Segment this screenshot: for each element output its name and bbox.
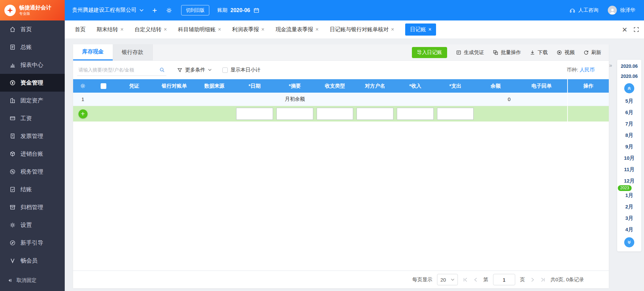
close-icon[interactable]: × — [428, 27, 431, 32]
sidebar-item-fund-management[interactable]: 资金管理 — [0, 74, 65, 92]
main-area: 首页 期末结转× 自定义结转× 科目辅助明细账× 利润表季报× 现金流量表季报×… — [65, 20, 644, 291]
new-row-expense-input[interactable] — [437, 108, 474, 120]
tab-custom-carryover[interactable]: 自定义结转× — [135, 26, 167, 33]
currency-link[interactable]: 人民币 — [580, 67, 595, 72]
page-number-input[interactable] — [493, 274, 515, 285]
month-item[interactable]: 7月 — [625, 120, 633, 128]
calendar-icon[interactable] — [253, 7, 260, 13]
username[interactable]: 徐泽华 — [620, 7, 635, 13]
headset-icon — [569, 7, 576, 13]
sidebar-item-fixed-assets[interactable]: 固定资产 — [0, 92, 65, 109]
sidebar-item-invoice-management[interactable]: 发票管理 — [0, 127, 65, 145]
support-link[interactable]: 人工咨询 — [569, 7, 598, 13]
period-item[interactable]: 2020.06 — [621, 63, 638, 69]
col-date: *日期 — [234, 79, 275, 93]
company-selector[interactable]: 贵州腾越建设工程有限公司 — [72, 7, 144, 14]
collapse-panel-icon[interactable]: » — [609, 62, 612, 68]
sidebar-item-home[interactable]: 首页 — [0, 20, 65, 38]
close-all-tabs-icon[interactable]: × — [622, 25, 627, 34]
video-button[interactable]: 视频 — [556, 49, 575, 56]
tab-journal-bank-reconciliation[interactable]: 日记账与银行对账单核对× — [330, 26, 394, 33]
first-page-button[interactable] — [463, 277, 468, 283]
month-item[interactable]: 1月 — [625, 192, 633, 199]
sidebar-item-salary[interactable]: 工资 — [0, 109, 65, 127]
month-item[interactable]: 6月 — [625, 109, 633, 116]
tab-period-end-carryover[interactable]: 期末结转× — [97, 26, 123, 33]
month-item[interactable]: 2月 — [625, 203, 633, 210]
download-button[interactable]: 下载 — [530, 49, 548, 56]
close-icon[interactable]: × — [120, 27, 123, 32]
app-logo: 畅捷通好会计 专业版 — [0, 0, 65, 20]
new-row-summary-input[interactable] — [276, 108, 313, 120]
period-item[interactable]: 2020.06 — [621, 73, 638, 79]
close-icon[interactable]: × — [261, 27, 264, 32]
search-input[interactable] — [78, 67, 159, 72]
month-item[interactable]: 12月 — [624, 177, 635, 185]
tab-cashflow-quarterly[interactable]: 现金流量表季报× — [275, 26, 318, 33]
new-row-counterparty-input[interactable] — [357, 108, 393, 120]
sidebar-item-archive-management[interactable]: 归档管理 — [0, 198, 65, 216]
close-icon[interactable]: × — [315, 27, 318, 32]
prev-page-button[interactable] — [473, 277, 479, 283]
search-box[interactable] — [77, 64, 166, 76]
sidebar-item-member[interactable]: 畅会员 — [0, 252, 65, 270]
show-daily-subtotal-checkbox[interactable]: 显示本日小计 — [222, 67, 261, 73]
select-all-checkbox[interactable] — [93, 79, 114, 93]
refresh-icon — [583, 50, 589, 55]
tab-home[interactable]: 首页 — [75, 26, 86, 33]
close-icon[interactable]: × — [391, 27, 394, 32]
period-value[interactable]: 2020-06 — [230, 7, 250, 13]
filter-funnel-icon — [177, 67, 182, 73]
last-page-button[interactable] — [540, 277, 546, 283]
scroll-up-button[interactable] — [624, 83, 634, 93]
subtab-bank-deposit[interactable]: 银行存款 — [113, 44, 153, 60]
new-row-type-input[interactable] — [317, 108, 353, 120]
close-icon[interactable]: × — [218, 27, 221, 32]
month-item[interactable]: 4月 — [625, 226, 633, 233]
gear-icon[interactable] — [166, 7, 172, 14]
checkbox[interactable] — [222, 67, 228, 73]
invoice-icon — [9, 133, 16, 139]
sidebar-item-settings[interactable]: 设置 — [0, 216, 65, 234]
table-row[interactable]: 1 月初余额 0 — [73, 93, 609, 106]
month-item[interactable]: 10月 — [624, 154, 635, 162]
next-page-button[interactable] — [530, 277, 535, 283]
subtab-cash-on-hand[interactable]: 库存现金 — [73, 44, 113, 60]
sidebar-item-beginner-guide[interactable]: 新手引导 — [0, 234, 65, 252]
sidebar-item-closing[interactable]: 结账 — [0, 181, 65, 198]
scroll-down-button[interactable] — [624, 237, 634, 247]
month-item[interactable]: 9月 — [625, 143, 633, 150]
month-item[interactable]: 11月 — [624, 166, 635, 173]
generate-voucher-button[interactable]: 生成凭证 — [456, 49, 484, 56]
month-item[interactable]: 3月 — [625, 214, 633, 222]
month-item[interactable]: 5月 — [625, 97, 633, 105]
avatar[interactable] — [608, 6, 617, 15]
unpin-sidebar-button[interactable]: 取消固定 — [0, 273, 65, 288]
tab-subject-auxiliary-detail[interactable]: 科目辅助明细账× — [178, 26, 221, 33]
add-account-button[interactable]: + — [152, 6, 157, 14]
batch-operation-button[interactable]: 批量操作 — [493, 49, 521, 56]
add-row-button[interactable]: + — [78, 109, 88, 118]
column-settings-button[interactable] — [73, 79, 93, 93]
more-conditions-button[interactable]: 更多条件 — [177, 67, 212, 73]
sidebar-item-general-ledger[interactable]: 总账 — [0, 38, 65, 56]
sidebar-item-tax-management[interactable]: 税务管理 — [0, 163, 65, 181]
search-icon[interactable] — [159, 67, 165, 73]
cube-icon — [9, 151, 16, 157]
close-icon[interactable]: × — [164, 27, 167, 32]
col-expense: *支出 — [435, 79, 475, 93]
new-row-income-input[interactable] — [397, 108, 434, 120]
refresh-button[interactable]: 刷新 — [583, 49, 601, 56]
per-page-select[interactable]: 20 — [437, 274, 458, 285]
row-balance: 0 — [475, 93, 516, 106]
tab-journal[interactable]: 日记账× — [405, 23, 436, 36]
import-journal-button[interactable]: 导入日记账 — [412, 47, 447, 58]
month-item[interactable]: 8月 — [625, 132, 633, 139]
new-row-date-input[interactable] — [236, 108, 273, 120]
sidebar-item-purchase-sale-ledger[interactable]: 进销台账 — [0, 145, 65, 163]
sidebar-item-report-center[interactable]: 报表中心 — [0, 56, 65, 74]
switch-old-version-button[interactable]: 切到旧版 — [181, 5, 209, 15]
tab-profit-quarterly[interactable]: 利润表季报× — [232, 26, 264, 33]
record-count: 共0页, 0条记录 — [550, 277, 584, 283]
fullscreen-icon[interactable] — [633, 27, 639, 33]
